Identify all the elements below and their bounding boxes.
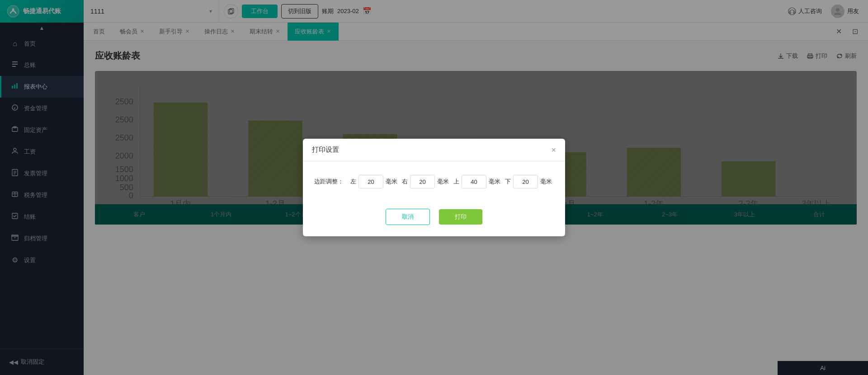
bottom-direction-label: 下 <box>505 178 511 186</box>
margin-row: 边距调整： 左 毫米 右 毫米 上 毫米 下 <box>314 175 554 188</box>
modal-body: 边距调整： 左 毫米 右 毫米 上 毫米 下 <box>303 161 565 202</box>
modal-footer: 取消 打印 <box>303 202 565 236</box>
top-direction-label: 上 <box>453 178 459 186</box>
modal-title: 打印设置 <box>312 145 339 154</box>
margin-label: 边距调整： <box>314 178 344 186</box>
margin-right-input[interactable] <box>410 175 435 188</box>
modal-header: 打印设置 × <box>303 139 565 161</box>
margin-bottom-input[interactable] <box>513 175 538 188</box>
top-unit: 毫米 <box>489 178 500 186</box>
print-confirm-button[interactable]: 打印 <box>439 209 482 225</box>
left-unit: 毫米 <box>386 178 397 186</box>
margin-left-input[interactable] <box>359 175 383 188</box>
margin-right-group: 右 毫米 <box>402 175 449 188</box>
margin-top-group: 上 毫米 <box>453 175 500 188</box>
cancel-button[interactable]: 取消 <box>386 209 430 225</box>
left-direction-label: 左 <box>350 178 356 186</box>
bottom-unit: 毫米 <box>540 178 552 186</box>
margin-left-group: 左 毫米 <box>350 175 397 188</box>
margin-top-input[interactable] <box>462 175 486 188</box>
right-direction-label: 右 <box>402 178 408 186</box>
print-dialog: 打印设置 × 边距调整： 左 毫米 右 毫米 上 毫米 <box>303 139 565 236</box>
margin-bottom-group: 下 毫米 <box>505 175 552 188</box>
right-unit: 毫米 <box>437 178 449 186</box>
modal-close-button[interactable]: × <box>551 146 556 154</box>
modal-overlay[interactable]: 打印设置 × 边距调整： 左 毫米 右 毫米 上 毫米 <box>0 0 868 375</box>
